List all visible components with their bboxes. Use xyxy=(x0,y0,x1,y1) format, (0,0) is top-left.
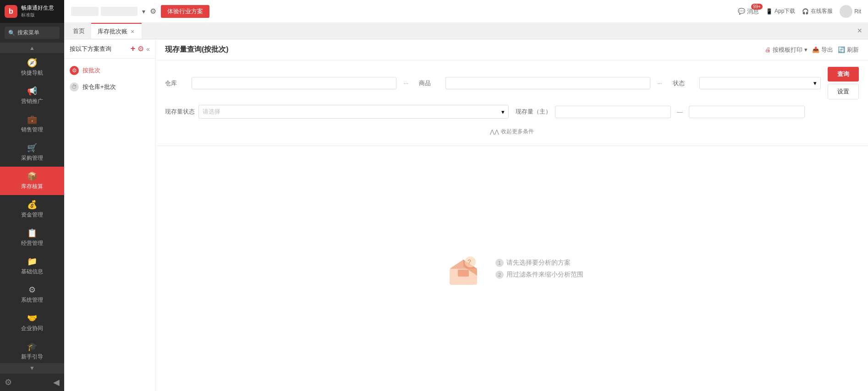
tip-num-2: 2 xyxy=(495,271,504,279)
add-schema-button[interactable]: + xyxy=(131,44,136,54)
left-panel: 按以下方案查询 + ⚙ « ⚙ 按批次 ⏱ 按仓库+批次 xyxy=(64,39,156,391)
stock-qty-max-input[interactable] xyxy=(689,106,805,118)
sidebar-item-operation[interactable]: 📋 经营管理 xyxy=(0,223,64,252)
purchase-label: 采购管理 xyxy=(21,154,43,162)
sidebar-item-newuser[interactable]: 🎓 新手引导 xyxy=(0,337,64,363)
svg-rect-3 xyxy=(458,270,469,277)
sidebar-nav: 🧭 快捷导航 📢 营销推广 💼 销售管理 🛒 采购管理 📦 库存核算 💰 资金管… xyxy=(0,53,64,363)
online-service-button[interactable]: 🎧 在线客服 xyxy=(802,7,833,15)
export-button[interactable]: 📤 导出 xyxy=(812,46,833,54)
sidebar-item-finance[interactable]: 💰 资金管理 xyxy=(0,195,64,223)
industry-solution-button[interactable]: 体验行业方案 xyxy=(161,5,209,18)
scroll-down-button[interactable]: ▼ xyxy=(28,364,36,372)
empty-tips: 1 请先选择要分析的方案 2 用过滤条件来缩小分析范围 xyxy=(495,259,583,279)
status-filter-select[interactable]: ▾ xyxy=(699,77,821,89)
empty-tip-2-text: 用过滤条件来缩小分析范围 xyxy=(506,271,583,279)
stock-qty-min-input[interactable] xyxy=(555,106,671,118)
filter-group-stock-status: 现存量状态 请选择 ▾ xyxy=(165,105,509,119)
tab-close-button[interactable]: × xyxy=(130,28,135,35)
collapse-more-button[interactable]: ⋀⋀ 收起更多条件 xyxy=(165,124,859,139)
stock-status-arrow: ▾ xyxy=(501,109,505,115)
sidebar-item-quick-nav[interactable]: 🧭 快捷导航 xyxy=(0,53,64,81)
footer-collapse-button[interactable]: ◀ xyxy=(53,377,60,387)
basic-label: 基础信息 xyxy=(21,268,43,276)
avatar xyxy=(840,5,852,18)
filter-group-status: 状态 ▾ xyxy=(673,77,821,89)
topbar-dropdown-button[interactable]: ▾ xyxy=(142,8,145,15)
export-label: 导出 xyxy=(821,46,833,54)
settings-filter-button[interactable]: 设置 xyxy=(828,84,859,99)
topbar-right: 💬 消息 99+ 📱 App下载 🎧 在线客服 Rit xyxy=(738,5,861,18)
print-icon: 🖨 xyxy=(765,46,771,53)
panel-close-button[interactable]: × xyxy=(853,26,866,36)
topbar-breadcrumb xyxy=(71,7,137,16)
empty-tip-1-text: 请先选择要分析的方案 xyxy=(506,259,571,267)
system-icon: ⚙ xyxy=(28,285,36,295)
app-logo: b xyxy=(5,5,17,18)
quick-nav-label: 快捷导航 xyxy=(21,69,43,77)
print-button[interactable]: 🖨 按模板打印 ▾ xyxy=(765,46,808,54)
left-panel-actions: + ⚙ « xyxy=(131,44,150,54)
schema-label-by-batch: 按批次 xyxy=(82,66,100,75)
schema-settings-button[interactable]: ⚙ xyxy=(137,44,144,53)
filter-group-stock-qty: 现存量（主） — xyxy=(516,106,859,118)
topbar-settings-button[interactable]: ⚙ xyxy=(150,7,156,16)
service-icon: 🎧 xyxy=(802,8,809,15)
sidebar-item-system[interactable]: ⚙ 系统管理 xyxy=(0,280,64,309)
sidebar-item-enterprise[interactable]: 🤝 企业协同 xyxy=(0,309,64,337)
empty-tip-2: 2 用过滤条件来缩小分析范围 xyxy=(495,271,583,279)
operation-icon: 📋 xyxy=(27,228,37,238)
message-button[interactable]: 💬 消息 99+ xyxy=(738,7,759,16)
stock-qty-dash: — xyxy=(675,109,685,115)
app-version: 标准版 xyxy=(21,12,54,18)
collapse-more-label: 收起更多条件 xyxy=(501,128,534,136)
sidebar-item-purchase[interactable]: 🛒 采购管理 xyxy=(0,138,64,167)
sidebar-item-marketing[interactable]: 📢 营销推广 xyxy=(0,81,64,110)
stock-status-select[interactable]: 请选择 ▾ xyxy=(198,105,509,119)
user-menu-button[interactable]: Rit xyxy=(840,5,861,18)
finance-icon: 💰 xyxy=(27,200,37,210)
print-dropdown-icon: ▾ xyxy=(804,46,808,53)
sidebar-item-basic[interactable]: 📁 基础信息 xyxy=(0,252,64,280)
schema-label-by-warehouse-batch: 按仓库+批次 xyxy=(82,83,116,91)
schema-item-by-warehouse-batch[interactable]: ⏱ 按仓库+批次 xyxy=(64,79,155,95)
warehouse-filter-input[interactable] xyxy=(192,77,396,89)
tab-inventory-batch[interactable]: 库存批次账 × xyxy=(91,23,142,39)
tab-home-label: 首页 xyxy=(73,27,85,35)
refresh-label: 刷新 xyxy=(847,46,859,54)
filter-row-1: 仓库 ··· 商品 ··· 状态 ▾ xyxy=(165,67,859,99)
tab-home[interactable]: 首页 xyxy=(66,23,91,39)
filter-group-warehouse: 仓库 ··· xyxy=(165,77,412,89)
sidebar-item-inventory[interactable]: 📦 库存核算 xyxy=(0,167,64,195)
page-actions: 🖨 按模板打印 ▾ 📤 导出 🔄 刷新 xyxy=(765,46,859,54)
schema-icon-by-warehouse-batch: ⏱ xyxy=(70,82,79,92)
tabbar: 首页 库存批次账 × × xyxy=(64,23,868,39)
schema-item-by-batch[interactable]: ⚙ 按批次 xyxy=(64,62,155,79)
print-label: 按模板打印 xyxy=(773,46,802,54)
left-panel-header: 按以下方案查询 + ⚙ « xyxy=(64,39,155,59)
sidebar-footer: ⚙ ◀ xyxy=(0,373,64,391)
warehouse-filter-label: 仓库 xyxy=(165,79,188,87)
app-name: 畅康通好生意 xyxy=(21,5,54,12)
search-icon: 🔍 xyxy=(8,30,15,36)
stock-status-label: 现存量状态 xyxy=(165,108,195,116)
empty-tip-1: 1 请先选择要分析的方案 xyxy=(495,259,583,267)
query-button[interactable]: 查询 xyxy=(828,67,859,81)
sidebar-item-sales[interactable]: 💼 销售管理 xyxy=(0,110,64,138)
scroll-up-button[interactable]: ▲ xyxy=(28,44,36,52)
footer-settings-button[interactable]: ⚙ xyxy=(5,377,12,387)
product-filter-input[interactable] xyxy=(445,77,650,89)
finance-label: 资金管理 xyxy=(21,211,43,219)
product-more-button[interactable]: ··· xyxy=(654,79,666,88)
search-menu-button[interactable]: 🔍 搜索菜单 xyxy=(5,27,60,39)
refresh-button[interactable]: 🔄 刷新 xyxy=(838,46,859,54)
page-title: 现存量查询(按批次) xyxy=(165,45,229,54)
warehouse-more-button[interactable]: ··· xyxy=(400,79,412,88)
left-panel-collapse-button[interactable]: « xyxy=(146,45,150,53)
stock-status-placeholder: 请选择 xyxy=(203,108,499,116)
newuser-icon: 🎓 xyxy=(27,342,37,352)
quick-nav-icon: 🧭 xyxy=(27,58,37,68)
user-name: Rit xyxy=(854,8,861,15)
app-download-button[interactable]: 📱 App下载 xyxy=(766,7,795,15)
refresh-icon: 🔄 xyxy=(838,46,845,53)
